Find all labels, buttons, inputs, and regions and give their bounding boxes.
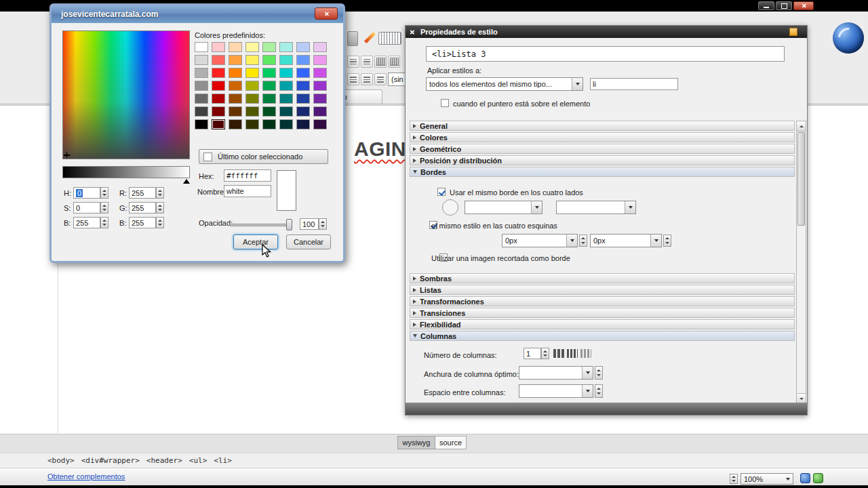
section-posicion[interactable]: Posición y distribución [410,155,795,165]
column-count-spinner[interactable] [541,348,549,359]
image-icon[interactable] [388,56,400,68]
section-geometrico[interactable]: Geométrico [410,144,795,154]
color-swatch[interactable] [296,55,310,65]
detach-panel-icon[interactable] [789,28,797,36]
color-swatch[interactable] [296,106,310,117]
color-swatch[interactable] [212,42,225,52]
color-swatch[interactable] [212,119,225,129]
panel-scrollbar[interactable] [796,121,806,403]
brightness-bar[interactable] [62,166,190,178]
color-name-input[interactable]: white [224,185,271,197]
align-justify-icon[interactable] [361,56,373,68]
color-swatch[interactable] [195,106,208,117]
list-icon[interactable] [374,73,387,85]
column-width-dropdown[interactable] [519,366,593,380]
color-swatch[interactable] [229,94,242,104]
color-swatch[interactable] [296,68,310,78]
breadcrumb-li[interactable]: <li> [214,456,232,465]
color-swatch[interactable] [212,68,225,78]
column-gap-spinner[interactable] [595,384,603,398]
apply-target-input[interactable]: li [590,78,678,90]
tab-wysiwyg[interactable]: wysiwyg [397,436,435,449]
last-color-button[interactable]: Último color seleccionado [199,149,328,164]
keyboard-icon[interactable] [378,32,401,45]
globe-icon[interactable] [800,473,810,483]
color-swatch[interactable] [245,94,259,104]
table-icon[interactable] [374,56,387,68]
color-swatch[interactable] [212,106,225,117]
close-window-button[interactable] [793,1,814,10]
color-swatch[interactable] [262,68,276,78]
section-transiciones[interactable]: Transiciones [410,308,795,318]
panel-close-icon[interactable] [410,29,415,35]
r-spinner[interactable] [156,187,164,199]
spellcheck-pen-icon[interactable] [362,30,377,46]
color-swatch[interactable] [245,55,259,65]
border-style-dropdown[interactable] [465,201,542,214]
scroll-up-button[interactable] [797,121,806,131]
color-swatch[interactable] [279,106,293,117]
color-swatch[interactable] [229,119,242,129]
section-colores[interactable]: Colores [410,132,795,142]
color-swatch[interactable] [262,106,276,117]
corner-radius-dropdown-1[interactable]: 0px [502,234,578,247]
color-swatch[interactable] [195,81,208,91]
color-swatch[interactable] [262,119,276,129]
color-swatch[interactable] [245,42,259,52]
color-swatch[interactable] [195,55,208,65]
paragraph-icon[interactable] [347,73,359,85]
b2-spinner[interactable] [156,217,164,228]
color-swatch[interactable] [279,119,293,129]
s-spinner[interactable] [100,202,108,214]
h-spinner[interactable] [100,187,108,199]
color-swatch[interactable] [262,55,276,65]
get-addons-link[interactable]: Obtener complementos [47,472,125,481]
opacity-input[interactable]: 100 [300,218,319,230]
indent-icon[interactable] [361,73,373,85]
opacity-slider-track[interactable] [229,224,292,226]
color-swatch[interactable] [229,42,242,52]
color-swatch[interactable] [296,94,310,104]
color-swatch[interactable] [313,68,327,78]
color-swatch[interactable] [229,106,242,117]
section-bordes[interactable]: Bordes [410,167,795,177]
brightness-marker-icon[interactable] [183,179,190,184]
scrollbar-thumb[interactable] [797,132,805,226]
document-tab[interactable]: lo [339,89,382,104]
border-color-dropdown[interactable] [556,201,636,214]
b2-input[interactable]: 255 [129,217,156,228]
hover-checkbox[interactable] [441,99,449,107]
g-spinner[interactable] [156,202,164,214]
dialog-close-button[interactable] [315,7,338,20]
color-swatch[interactable] [212,55,225,65]
color-swatch[interactable] [296,81,310,91]
color-swatch[interactable] [313,119,327,129]
color-swatch[interactable] [296,42,310,52]
align-left-icon[interactable] [347,56,359,68]
color-swatch[interactable] [313,94,327,104]
color-swatch[interactable] [229,81,242,91]
zoom-select[interactable]: 100% [741,473,793,485]
section-sombras[interactable]: Sombras [410,273,795,283]
breadcrumb-body[interactable]: <body> [47,456,75,465]
apply-scope-dropdown[interactable]: todos los elementos del mismo tipo... [426,77,583,91]
color-swatch[interactable] [195,119,208,129]
scroll-down-button[interactable] [797,393,806,403]
columns-balanced-icon[interactable] [580,349,591,358]
dialog-titlebar[interactable]: josevicentecarratala.com [52,5,343,23]
r-input[interactable]: 255 [129,187,156,199]
breadcrumb-header[interactable]: <header> [146,456,182,465]
g-input[interactable]: 255 [129,202,156,214]
opacity-slider-handle[interactable] [286,219,292,230]
b-spinner[interactable] [100,217,108,228]
color-swatch[interactable] [313,106,327,117]
color-swatch[interactable] [262,94,276,104]
corner-radius-spinner-2[interactable] [663,235,671,247]
color-swatch[interactable] [279,81,293,91]
color-swatch[interactable] [279,55,293,65]
column-width-spinner[interactable] [595,366,603,380]
color-swatch[interactable] [229,55,242,65]
breadcrumb-div-wrapper[interactable]: <div#wrapper> [81,456,140,465]
opacity-spinner[interactable] [319,218,327,230]
column-count-input[interactable]: 1 [524,348,541,359]
